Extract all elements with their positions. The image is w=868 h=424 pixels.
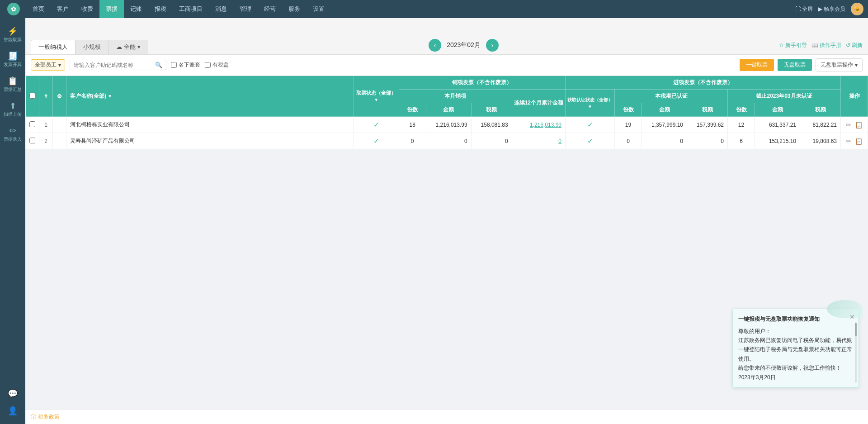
notification-close-button[interactable]: ✕ <box>849 312 855 323</box>
nav-invoice[interactable]: 票据 <box>99 0 124 18</box>
th-index: # <box>39 76 53 117</box>
new-guide-button[interactable]: ☆ 新手引导 <box>779 42 807 49</box>
tab-all-in-one[interactable]: ☁ 全能 ▾ <box>108 40 148 54</box>
row-period-count: 0 <box>615 133 642 149</box>
filter-icon: ▼ <box>108 94 112 99</box>
th-unconfirm-amount: 金额 <box>755 103 800 117</box>
row-month-count: 18 <box>399 117 426 133</box>
checkbox-own-account[interactable]: 名下账套 <box>171 61 200 69</box>
logo[interactable]: ✿ <box>5 0 23 18</box>
row-unconfirm-tax: 81,822.21 <box>800 117 841 133</box>
policy-label: 税务政策 <box>38 413 60 421</box>
no-disk-operations-button[interactable]: 无盘取票操作 ▾ <box>816 58 863 71</box>
sidebar-item-invoice-summary[interactable]: 📋 票据汇总 <box>0 72 25 97</box>
row-index: 2 <box>39 133 53 149</box>
notification-scrollbar[interactable] <box>855 323 857 383</box>
nav-service[interactable]: 服务 <box>282 0 307 18</box>
row-month-count: 0 <box>399 133 426 149</box>
nav-message[interactable]: 消息 <box>209 0 233 18</box>
th-purchase-group: 进项发票（不含作废票） <box>566 76 841 90</box>
nav-fee[interactable]: 收费 <box>75 0 99 18</box>
nav-settings[interactable]: 设置 <box>307 0 331 18</box>
th-period-amount: 金额 <box>642 103 687 117</box>
sidebar-chat[interactable]: 💬 <box>0 385 25 402</box>
nav-tax[interactable]: 报税 <box>148 0 173 18</box>
checkbox-tax-disk[interactable]: 有税盘 <box>205 61 229 69</box>
prev-month-button[interactable]: ‹ <box>429 39 441 52</box>
notification-popup: ✕ 一键报税与无盘取票功能恢复通知 尊敬的用户： 江苏政务网已恢复访问电子税务局… <box>732 309 859 388</box>
row-operations: ✏ 📋 <box>841 133 868 149</box>
invoice-open-icon: 🧾 <box>8 52 18 60</box>
own-account-checkbox[interactable] <box>171 62 177 68</box>
nav-customer[interactable]: 客户 <box>51 0 75 18</box>
chevron-down-icon: ▾ <box>137 43 141 50</box>
no-disk-ticket-button[interactable]: 无盘取票 <box>778 59 812 71</box>
sidebar-label-smart-ticket: 智能取票 <box>4 37 22 43</box>
header-group-row: # ⚙ 客户名称(全部) ▼ 取票状态（全部） ▼ 销项发票（不含作废票） 进项… <box>26 76 868 90</box>
chat-icon: 💬 <box>8 390 18 398</box>
row-checkbox[interactable] <box>26 133 39 149</box>
row-month-tax: 0 <box>471 133 512 149</box>
th-sales-count: 份数 <box>399 103 426 117</box>
row-month-tax: 158,081.83 <box>471 117 512 133</box>
avatar[interactable]: 🐱 <box>851 3 863 15</box>
search-input[interactable] <box>74 62 155 68</box>
nav-business[interactable]: 工商项目 <box>173 0 209 18</box>
fullscreen-button[interactable]: ⛶ 全屏 <box>795 5 813 13</box>
nav-items: 首页 客户 收费 票据 记账 报税 工商项目 消息 管理 经营 服务 设置 <box>26 0 795 18</box>
th-settings: ⚙ <box>53 76 66 117</box>
tax-policy-link[interactable]: ⓘ 税务政策 <box>31 413 60 421</box>
notification-content: 江苏政务网已恢复访问电子税务局功能，易代账一键登陆电子税务局与无盘取票相关功能可… <box>738 336 853 363</box>
search-box[interactable]: 🔍 <box>70 60 166 70</box>
row-settings <box>53 117 66 133</box>
th-customer-name: 客户名称(全部) ▼ <box>66 76 354 117</box>
nav-home[interactable]: 首页 <box>26 0 51 18</box>
edit-button[interactable]: ✏ <box>846 121 851 129</box>
row-customer-name: 河北柯橹栋实业有限公司 <box>66 117 354 133</box>
row-cumulative: 1,216,013.99 <box>512 117 565 133</box>
filter-bar: 全部员工 ▾ 🔍 名下账套 有税盘 一键取票 无盘取票 无盘取票操作 ▾ <box>25 55 868 76</box>
footer-bar: ⓘ 税务政策 <box>25 410 868 424</box>
nav-bookkeeping[interactable]: 记账 <box>124 0 148 18</box>
detail-button[interactable]: 📋 <box>855 121 863 129</box>
one-click-ticket-button[interactable]: 一键取票 <box>740 59 774 71</box>
row-settings <box>53 133 66 149</box>
select-all-checkbox[interactable] <box>29 93 35 99</box>
employee-label: 全部员工 <box>35 61 57 69</box>
sidebar-item-smart-ticket[interactable]: ⚡ 智能取票 <box>0 23 25 48</box>
row-checkbox[interactable] <box>26 117 39 133</box>
member-button[interactable]: ▶ 畅享会员 <box>818 5 845 13</box>
nav-operation[interactable]: 经营 <box>258 0 282 18</box>
sidebar-item-invoice-entry[interactable]: ✏ 票据录入 <box>0 122 25 147</box>
nav-manage[interactable]: 管理 <box>233 0 258 18</box>
sidebar-label-invoice-entry: 票据录入 <box>4 136 22 143</box>
book-icon: 📖 <box>811 42 818 48</box>
th-period-count: 份数 <box>615 103 642 117</box>
table-row: 1 河北柯橹栋实业有限公司 ✓ 18 1,216,013.99 158,081.… <box>26 117 868 133</box>
detail-button[interactable]: 📋 <box>855 138 863 145</box>
manual-button[interactable]: 📖 操作手册 <box>811 42 841 49</box>
tab-small-scale[interactable]: 小规模 <box>75 40 108 54</box>
th-sales-group: 销项发票（不含作废票） <box>399 76 565 90</box>
th-monthly-sales: 本月销项 <box>399 90 512 103</box>
refresh-button[interactable]: ↺ 刷新 <box>846 42 863 49</box>
sidebar-item-invoice-open[interactable]: 🧾 发票开具 <box>0 48 25 72</box>
play-icon: ▶ <box>818 6 822 12</box>
row-cumulative: 0 <box>512 133 565 149</box>
row-confirm-status: ✓ <box>566 117 615 133</box>
tax-disk-checkbox[interactable] <box>205 62 211 68</box>
search-icon[interactable]: 🔍 <box>155 62 162 68</box>
tab-general-taxpayer[interactable]: 一般纳税人 <box>31 40 75 54</box>
th-deadline-unconfirmed: 截止2023年03月未认证 <box>728 90 841 103</box>
nav-right: ⛶ 全屏 ▶ 畅享会员 🐱 <box>795 3 863 15</box>
row-take-status: ✓ <box>354 133 399 149</box>
sidebar-item-scan-upload[interactable]: ⬆ 扫描上传 <box>0 97 25 122</box>
employee-select[interactable]: 全部员工 ▾ <box>31 59 65 71</box>
member-label: 畅享会员 <box>824 5 845 13</box>
sidebar-label-invoice-open: 发票开具 <box>4 62 22 68</box>
edit-button[interactable]: ✏ <box>846 138 851 145</box>
sidebar-user[interactable]: 👤 <box>0 402 25 419</box>
next-month-button[interactable]: › <box>486 39 499 52</box>
tab-row: 一般纳税人 小规模 ☁ 全能 ▾ ‹ 2023年02月 › ☆ 新手引导 📖 操… <box>25 36 868 54</box>
table-body: 1 河北柯橹栋实业有限公司 ✓ 18 1,216,013.99 158,081.… <box>26 117 868 149</box>
